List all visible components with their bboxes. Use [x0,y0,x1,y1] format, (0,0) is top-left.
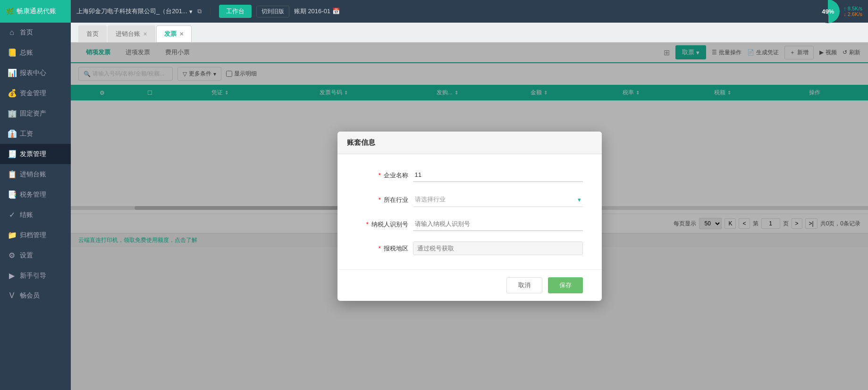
tab-invoice[interactable]: 发票 ✕ [156,25,192,42]
sidebar-item-invoice_mgr[interactable]: 🧾发票管理 [0,144,71,164]
sidebar-label-settings: 设置 [20,251,33,260]
sidebar-icon-fund: 💰 [8,89,16,98]
sidebar-label-vip: 畅会员 [20,291,40,300]
tab-bar: 首页 进销台账 ✕ 发票 ✕ [71,23,868,42]
sidebar-icon-salary: 👔 [8,129,16,138]
sidebar-label-sales_ledger: 进销台账 [20,170,46,179]
speed-circle: 49% [816,0,840,23]
company-name: 上海卯金刀电子科技有限公司_（台201... [76,7,187,16]
label-industry: * 所在行业 [356,196,408,204]
save-button[interactable]: 保存 [548,277,583,293]
sidebar-icon-vip: V [8,291,16,300]
tab-purchase-label: 进销台账 [116,30,140,38]
industry-chevron-icon: ▾ [578,196,581,203]
sidebar-label-ledger: 总账 [20,49,33,57]
label-tax-id: * 纳税人识别号 [356,220,408,229]
workbench-button[interactable]: 工作台 [219,5,252,18]
tab-purchase[interactable]: 进销台账 ✕ [108,25,155,42]
sidebar-item-salary[interactable]: 👔工资 [0,124,71,144]
sidebar-icon-settings: ⚙ [8,251,16,260]
sidebar-label-guide: 新手引导 [20,272,46,280]
input-wrapper-tax-id [413,217,583,231]
sidebar-item-tax[interactable]: 📑税务管理 [0,184,71,205]
sidebar-icon-sales_ledger: 📋 [8,170,16,179]
copy-icon[interactable]: ⧉ [197,8,202,15]
cancel-button[interactable]: 取消 [506,277,542,293]
account-info-modal: 账套信息 * 企业名称 [337,132,602,301]
tab-invoice-label: 发票 [164,30,177,38]
sidebar-icon-ledger: 📒 [8,48,16,57]
tab-invoice-close[interactable]: ✕ [179,31,184,37]
sidebar-label-invoice_mgr: 发票管理 [20,150,46,158]
logo-icon: 🌿 [6,8,14,15]
form-row-tax-id: * 纳税人识别号 [356,217,583,231]
tax-region-input [413,241,583,255]
topbar: 上海卯金刀电子科技有限公司_（台201... ▾ ⧉ 工作台 切到旧版 账期 2… [71,0,868,23]
company-name-input[interactable] [413,168,583,182]
modal-title: 账套信息 [337,132,602,154]
app-logo: 🌿 畅康通易代账 [0,0,71,23]
logo-text: 畅康通易代账 [17,7,56,16]
speed-indicator: 49% ↑ 8.5K/s ↓ 2.6K/s [816,0,862,23]
sidebar-icon-report: 📊 [8,68,16,77]
sidebar-label-report: 报表中心 [20,69,46,77]
industry-select[interactable]: 请选择行业 ▾ [413,192,583,207]
divider [210,7,211,16]
input-wrapper-company-name [413,168,583,182]
sidebar-item-sales_ledger[interactable]: 📋进销台账 [0,164,71,184]
switch-old-button[interactable]: 切到旧版 [256,6,289,17]
sidebar-label-tax: 税务管理 [20,191,46,199]
sidebar-icon-home: ⌂ [8,28,16,37]
sidebar-icon-archive: 📁 [8,231,16,240]
modal-body: * 企业名称 * 所在行业 请选择 [337,154,602,269]
sidebar: 🌿 畅康通易代账 ⌂首页📒总账📊报表中心💰资金管理🏢固定资产👔工资🧾发票管理📋进… [0,0,71,390]
sidebar-label-home: 首页 [20,28,33,37]
sidebar-item-vip[interactable]: V畅会员 [0,286,71,306]
form-row-industry: * 所在行业 请选择行业 ▾ [356,192,583,207]
tab-home[interactable]: 首页 [78,25,107,42]
sidebar-item-close[interactable]: ✓结账 [0,205,71,225]
sidebar-icon-tax: 📑 [8,190,16,199]
sidebar-icon-asset: 🏢 [8,109,16,118]
sidebar-label-fund: 资金管理 [20,89,46,98]
sidebar-item-asset[interactable]: 🏢固定资产 [0,103,71,124]
sidebar-item-home[interactable]: ⌂首页 [0,23,71,42]
sidebar-label-close: 结账 [20,211,33,219]
sidebar-icon-close: ✓ [8,210,16,219]
sidebar-icon-invoice_mgr: 🧾 [8,149,16,158]
topbar-right: 49% ↑ 8.5K/s ↓ 2.6K/s [816,0,862,23]
content-area: 销项发票 进项发票 费用小票 ⊞ 取票 ▾ ☰ 批量操作 [71,42,868,390]
form-row-tax-region: * 报税地区 [356,241,583,255]
sidebar-icon-guide: ▶ [8,271,16,280]
tab-purchase-close[interactable]: ✕ [143,31,147,37]
form-row-company-name: * 企业名称 [356,168,583,182]
label-tax-region: * 报税地区 [356,244,408,253]
company-selector[interactable]: 上海卯金刀电子科技有限公司_（台201... ▾ [76,7,193,16]
period-label: 账期 2016-01 📅 [294,7,340,16]
sidebar-label-asset: 固定资产 [20,109,46,118]
company-dropdown-icon: ▾ [189,8,193,15]
sidebar-item-settings[interactable]: ⚙设置 [0,245,71,266]
tax-id-input[interactable] [413,217,583,231]
main-area: 上海卯金刀电子科技有限公司_（台201... ▾ ⧉ 工作台 切到旧版 账期 2… [71,0,868,390]
modal-overlay: 账套信息 * 企业名称 [71,42,868,390]
sidebar-item-archive[interactable]: 📁归档管理 [0,225,71,245]
sidebar-label-salary: 工资 [20,130,33,138]
speed-nums: ↑ 8.5K/s ↓ 2.6K/s [843,6,862,17]
modal-footer: 取消 保存 [337,269,602,301]
label-company-name: * 企业名称 [356,171,408,180]
sidebar-item-guide[interactable]: ▶新手引导 [0,266,71,286]
sidebar-item-ledger[interactable]: 📒总账 [0,42,71,63]
tab-home-label: 首页 [86,30,99,38]
sidebar-item-report[interactable]: 📊报表中心 [0,63,71,83]
sidebar-item-fund[interactable]: 💰资金管理 [0,83,71,103]
sidebar-label-archive: 归档管理 [20,231,46,240]
